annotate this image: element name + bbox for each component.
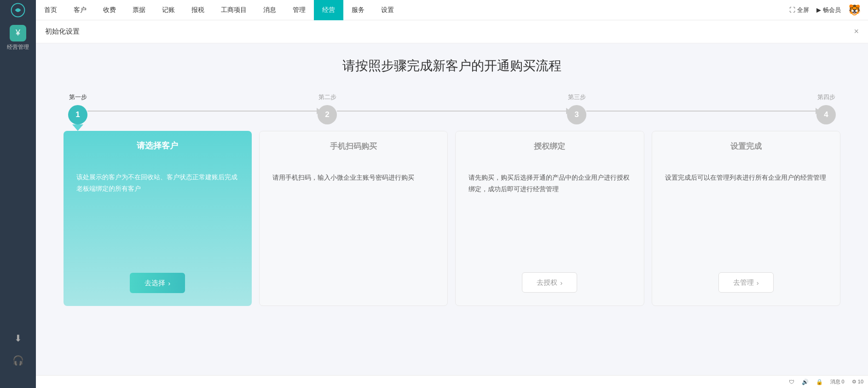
nav-client[interactable]: 客户 [65,0,95,20]
step-4-card-footer: 去管理 › [652,263,840,306]
settings-icon: ⚙ 10 [852,379,863,385]
wizard-area: 请按照步骤完成新客户的开通购买流程 第一步 1 第二步 2 第三步 [36,43,868,320]
step-2-card: 手机扫码购买 请用手机扫码，输入小微企业主账号密码进行购买 [259,131,448,306]
nav-message[interactable]: 消息 [255,0,284,20]
step-2-card-footer [260,283,448,306]
sidebar-bottom: ⬇ 🎧 [9,329,27,388]
vip-icon: ▶ [816,6,821,13]
step-4-card: 设置完成 设置完成后可以在管理列表进行所有企业用户的经营管理 去管理 › [652,131,841,306]
step-2-card-body: 请用手机扫码，输入小微企业主账号密码进行购买 [260,161,448,283]
nav-service[interactable]: 服务 [343,0,373,20]
step-4-btn-arrow: › [757,279,759,287]
step-4-label: 第四步 [817,93,835,101]
chat-icon: 消息 0 [830,378,845,385]
sidebar: ¥ 经营管理 ⬇ 🎧 [0,0,36,388]
shield-icon: 🛡 [789,379,794,385]
step-3-card-header: 授权绑定 [456,131,644,161]
nav-business[interactable]: 工商项目 [213,0,255,20]
page-header: 初始化设置 × [36,20,868,43]
download-icon[interactable]: ⬇ [9,329,27,347]
step-1-card-desc: 该处展示的客户为不在回收站、客户状态正常建账后完成老板端绑定的所有客户 [76,173,237,192]
spacer6 [816,124,836,131]
fullscreen-label: 全屏 [797,6,809,14]
avatar-icon: 🐯 [848,4,861,16]
step-3-card-title: 授权绑定 [534,141,565,152]
fullscreen-button[interactable]: ⛶ 全屏 [789,6,809,14]
step-3-btn-arrow: › [560,279,562,287]
step-1-card-header: 请选择客户 [64,131,252,160]
spacer5 [586,124,816,131]
wizard-title: 请按照步骤完成新客户的开通购买流程 [64,57,840,75]
nav-home[interactable]: 首页 [36,0,65,20]
vip-label: 畅会员 [823,6,841,14]
spacer4 [567,124,586,131]
step-3-action-button[interactable]: 去授权 › [522,272,577,293]
close-button[interactable]: × [854,27,859,36]
step-2-label: 第二步 [318,93,336,101]
step-3-label: 第三步 [568,93,586,101]
step-1-action-button[interactable]: 去选择 › [130,273,185,293]
spacer [87,124,318,131]
spacer2 [318,124,337,131]
pointer-row [64,124,840,131]
nav-accounting[interactable]: 记账 [154,0,183,20]
headset-icon[interactable]: 🎧 [9,351,27,370]
top-nav: 首页 客户 收费 票据 记账 报税 工商项目 消息 管理 经营 服务 设置 ⛶ … [36,0,868,20]
nav-operation[interactable]: 经营 [314,0,343,20]
step-2-card-desc: 请用手机扫码，输入小微企业主账号密码进行购买 [272,174,414,181]
step-1-card-title: 请选择客户 [137,140,178,151]
step-1-btn-arrow: › [168,279,170,287]
step-1-card-body: 该处展示的客户为不在回收站、客户状态正常建账后完成老板端绑定的所有客户 [64,160,252,264]
user-avatar[interactable]: 🐯 [848,4,861,16]
volume-icon: 🔊 [802,379,809,385]
nav-settings[interactable]: 设置 [373,0,402,20]
status-bar-right: 🛡 🔊 🔒 消息 0 ⚙ 10 [789,378,863,385]
step-1-circle: 1 [68,105,87,124]
step-4-card-body: 设置完成后可以在管理列表进行所有企业用户的经营管理 [652,161,840,263]
sidebar-item-management[interactable]: ¥ 经营管理 [0,21,36,54]
step-3-card-footer: 去授权 › [456,263,644,306]
steps-header-row: 第一步 1 第二步 2 第三步 3 [64,93,840,124]
step-1-pointer [72,124,83,131]
nav-right-area: ⛶ 全屏 ▶ 畅会员 🐯 [789,4,868,16]
page-title: 初始化设置 [45,27,80,36]
nav-manage[interactable]: 管理 [284,0,314,20]
main-content: 初始化设置 × 请按照步骤完成新客户的开通购买流程 第一步 1 第二步 2 [36,20,868,375]
arrow-2 [566,108,571,114]
nav-invoice[interactable]: 票据 [124,0,154,20]
step-1-card-footer: 去选择 › [64,264,252,306]
management-icon: ¥ [10,25,26,41]
step-4-action-button[interactable]: 去管理 › [718,272,774,293]
connector-1 [87,111,318,112]
step-1-label: 第一步 [69,93,87,101]
step-4-card-header: 设置完成 [652,131,840,161]
nav-fee[interactable]: 收费 [95,0,124,20]
cards-row: 请选择客户 该处展示的客户为不在回收站、客户状态正常建账后完成老板端绑定的所有客… [64,131,840,306]
arrow-3 [816,108,820,114]
status-bar: ▶ 完成 🛡 🔊 🔒 消息 0 ⚙ 10 [0,375,868,388]
fullscreen-icon: ⛶ [789,6,795,13]
step-2-card-header: 手机扫码购买 [260,131,448,161]
nav-tax[interactable]: 报税 [183,0,213,20]
step-1-btn-label: 去选择 [145,279,165,288]
connector-3 [586,111,816,112]
step-3-card: 授权绑定 请先购买，购买后选择开通的产品中的企业用户进行授权绑定，成功后即可进行… [455,131,644,306]
step-1-pointer-col [68,124,87,131]
step-1-card: 请选择客户 该处展示的客户为不在回收站、客户状态正常建账后完成老板端绑定的所有客… [64,131,252,306]
arrow-1 [317,108,321,114]
step-2-card-title: 手机扫码购买 [330,141,377,152]
lock-icon: 🔒 [816,379,823,385]
step-3-card-body: 请先购买，购买后选择开通的产品中的企业用户进行授权绑定，成功后即可进行经营管理 [456,161,644,263]
step-3-card-desc: 请先购买，购买后选择开通的产品中的企业用户进行授权绑定，成功后即可进行经营管理 [469,174,630,193]
step-4-btn-label: 去管理 [733,278,754,287]
vip-button[interactable]: ▶ 畅会员 [816,6,841,14]
sidebar-item-label: 经营管理 [7,43,29,51]
step-4-card-title: 设置完成 [730,141,762,152]
step-3-btn-label: 去授权 [537,278,557,287]
sidebar-logo [0,0,36,20]
step-1-header: 第一步 1 [68,93,87,124]
step-4-card-desc: 设置完成后可以在管理列表进行所有企业用户的经营管理 [665,174,826,181]
spacer3 [337,124,567,131]
connector-2 [337,111,567,112]
